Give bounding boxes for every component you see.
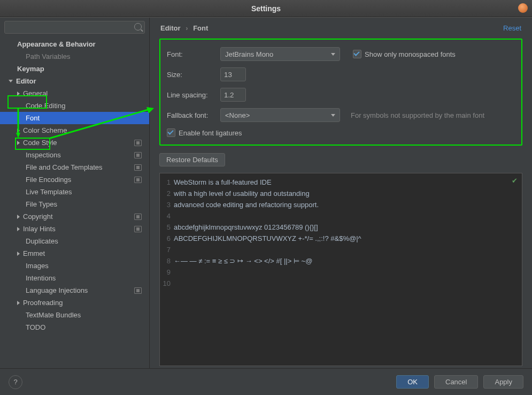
chevron-right-icon (17, 252, 20, 256)
preview-line (174, 267, 522, 278)
monospaced-label: Show only monospaced fonts (365, 50, 456, 58)
cancel-button[interactable]: Cancel (434, 375, 478, 389)
font-settings-panel: Font: JetBrains Mono Show only monospace… (159, 39, 522, 146)
tree-duplicates[interactable]: Duplicates (0, 235, 149, 247)
font-preview[interactable]: 12345678910 WebStorm is a full-featured … (159, 173, 522, 366)
chevron-right-icon (17, 227, 20, 231)
project-icon (134, 177, 142, 183)
preview-line: with a high level of usability and outst… (174, 188, 522, 199)
font-label: Font: (167, 50, 220, 58)
spacing-label: Line spacing: (167, 91, 220, 99)
tree-color-scheme[interactable]: Color Scheme (0, 124, 149, 136)
breadcrumb: Editor › Font Reset (150, 18, 532, 39)
tree-code-editing[interactable]: Code Editing (0, 100, 149, 112)
chevron-right-icon (17, 128, 20, 133)
project-icon (134, 287, 142, 294)
project-icon (134, 226, 142, 232)
tree-code-style[interactable]: Code Style (0, 136, 149, 149)
tree-copyright[interactable]: Copyright (0, 210, 149, 223)
fallback-dropdown[interactable]: <None> (220, 108, 340, 122)
size-label: Size: (167, 71, 220, 79)
project-icon (134, 164, 142, 171)
project-icon (134, 140, 142, 146)
preview-line: ←— — ≠ := ≡ ≥ ≤ ⊃ ↦ → <> </> #[ ||> ⊨ ~@ (174, 255, 522, 267)
restore-defaults-button[interactable]: Restore Defaults (159, 153, 225, 166)
monospaced-checkbox[interactable] (353, 50, 361, 58)
preview-code: WebStorm is a full-featured IDE with a h… (174, 177, 522, 362)
fallback-hint: For symbols not supported by the main fo… (351, 111, 484, 119)
tree-file-encodings[interactable]: File Encodings (0, 173, 149, 186)
ok-button[interactable]: OK (396, 375, 429, 389)
chevron-down-icon (331, 114, 335, 117)
font-value: JetBrains Mono (225, 50, 273, 58)
tree-proofreading[interactable]: Proofreading (0, 297, 149, 309)
chevron-down-icon (9, 80, 13, 82)
project-icon (134, 152, 142, 158)
window-title: Settings (251, 4, 281, 13)
tree-lang-injections[interactable]: Language Injections (0, 284, 149, 297)
dialog-footer: ? OK Cancel Apply (0, 368, 532, 395)
settings-tree: Appearance & Behavior Path Variables Key… (0, 37, 149, 368)
tree-inlay-hints[interactable]: Inlay Hints (0, 223, 149, 235)
breadcrumb-font: Font (193, 24, 208, 32)
titlebar: Settings (0, 0, 532, 17)
chevron-right-icon (17, 301, 20, 305)
search-input[interactable] (4, 21, 145, 34)
tree-images[interactable]: Images (0, 260, 149, 272)
content-pane: Editor › Font Reset Font: JetBrains Mono… (150, 18, 532, 368)
tree-keymap[interactable]: Keymap (0, 63, 149, 75)
ligatures-label: Enable font ligatures (179, 129, 242, 137)
preview-line: advanced code editing and refactoring su… (174, 199, 522, 210)
tree-path-variables[interactable]: Path Variables (0, 50, 149, 63)
tree-appearance[interactable]: Appearance & Behavior (0, 38, 149, 50)
settings-sidebar: Appearance & Behavior Path Variables Key… (0, 18, 150, 368)
tree-editor[interactable]: Editor (0, 75, 149, 87)
tree-general[interactable]: General (0, 87, 149, 100)
preview-line (174, 244, 522, 255)
preview-line: abcdefghijklmnopqrstuvwxyz 0123456789 ()… (174, 222, 522, 233)
chevron-down-icon (331, 53, 335, 56)
preview-line: WebStorm is a full-featured IDE (174, 177, 522, 188)
tree-font[interactable]: Font (0, 112, 149, 124)
tree-file-templates[interactable]: File and Code Templates (0, 161, 149, 173)
gutter: 12345678910 (160, 177, 174, 362)
breadcrumb-separator: › (186, 24, 188, 32)
spacing-input[interactable] (220, 88, 246, 102)
tree-file-types[interactable]: File Types (0, 198, 149, 210)
preview-line (174, 210, 522, 222)
preview-line: ABCDEFGHIJKLMNOPQRSTUVWXYZ +-*/= .,;:!? … (174, 233, 522, 244)
help-button[interactable]: ? (9, 375, 22, 389)
chevron-right-icon (17, 92, 20, 96)
chevron-right-icon (17, 141, 20, 145)
tree-textmate[interactable]: TextMate Bundles (0, 309, 149, 321)
breadcrumb-editor: Editor (160, 24, 181, 32)
tree-emmet[interactable]: Emmet (0, 247, 149, 260)
fallback-label: Fallback font: (167, 111, 220, 119)
size-input[interactable] (220, 67, 246, 81)
preview-line (174, 278, 522, 289)
tree-intentions[interactable]: Intentions (0, 272, 149, 284)
project-icon (134, 214, 142, 220)
apply-button[interactable]: Apply (483, 375, 523, 389)
tree-todo[interactable]: TODO (0, 321, 149, 333)
fallback-value: <None> (225, 111, 250, 119)
reset-link[interactable]: Reset (503, 24, 521, 32)
chevron-right-icon (17, 215, 20, 219)
tree-live-templates[interactable]: Live Templates (0, 186, 149, 198)
tree-inspections[interactable]: Inspections (0, 149, 149, 161)
ligatures-checkbox[interactable] (167, 128, 175, 137)
close-icon[interactable] (518, 3, 528, 13)
font-dropdown[interactable]: JetBrains Mono (220, 47, 340, 61)
search-icon (134, 23, 142, 31)
check-icon: ✔ (512, 177, 518, 185)
